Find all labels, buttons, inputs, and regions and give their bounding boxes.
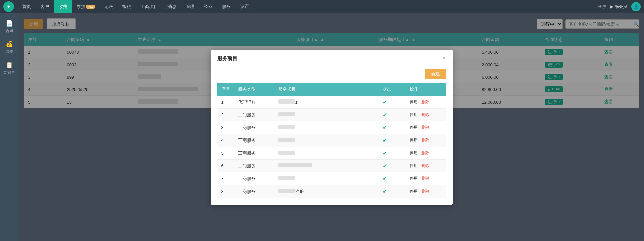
modal-row-actions: 停用 删除	[406, 134, 446, 147]
modal-row-item	[274, 172, 379, 185]
modal-row-type: 工商服务	[234, 172, 274, 185]
modal-row-seq: 6	[217, 160, 234, 172]
modal-table-row: 1 代理记账 1 ✔ 停用 删除	[217, 96, 446, 109]
modal-row-item	[274, 134, 379, 147]
user-avatar[interactable]: 👤	[631, 2, 641, 11]
modal-row-actions: 停用 删除	[406, 109, 446, 121]
modal-row-status: ✔	[379, 121, 406, 134]
new-badge: new	[86, 5, 95, 9]
nav-operation[interactable]: 经营	[199, 0, 217, 13]
nav-items: 首页 客户 收费 票据 new 记账 报税 工商项目 消息 管理 经营 服务 设…	[17, 0, 254, 13]
modal-row-item: 1	[274, 96, 379, 109]
nav-tax[interactable]: 报税	[118, 0, 136, 13]
modal-row-status: ✔	[379, 147, 406, 160]
nav-industrial[interactable]: 工商项目	[136, 0, 163, 13]
content-area: 新增 服务项目 进行中 已完成 已终止 🔍 序号 合同编码 ⇅ 客户名称 ⇅ 服…	[19, 13, 644, 241]
modal-col-type: 服务类型	[234, 83, 274, 96]
modal-row-seq: 3	[217, 121, 234, 134]
stop-button-8[interactable]: 停用	[410, 189, 418, 194]
modal-row-type: 工商服务	[234, 147, 274, 160]
modal-overlay: 服务项目 × 新建 序号 服务类型 服务项目	[19, 13, 644, 241]
nav-service[interactable]: 服务	[217, 0, 235, 13]
delete-button-1[interactable]: 删除	[421, 99, 429, 104]
fullscreen-label[interactable]: ⛶ 全屏	[592, 4, 606, 10]
membership-icon: ▶	[610, 4, 613, 9]
sidebar-item-reconciliation[interactable]: 📋 对账单	[1, 58, 18, 78]
nav-bookkeeping[interactable]: 记账	[100, 0, 118, 13]
top-nav: ✦ 首页 客户 收费 票据 new 记账 报税 工商项目 消息 管理 经营 服务…	[0, 0, 644, 13]
nav-settings[interactable]: 设置	[235, 0, 254, 13]
stop-button-6[interactable]: 停用	[410, 163, 418, 168]
nav-manage[interactable]: 管理	[181, 0, 199, 13]
modal-table-row: 5 工商服务 ✔ 停用 删除	[217, 147, 446, 160]
sidebar: 📄 合同 💰 收费 📋 对账单	[0, 13, 19, 241]
modal-table-row: 8 工商服务 注册 ✔ 停用 删除	[217, 185, 446, 198]
nav-invoice[interactable]: 票据 new	[72, 0, 100, 13]
modal-row-type: 代理记账	[234, 96, 274, 109]
modal-row-seq: 8	[217, 185, 234, 198]
stop-button-2[interactable]: 停用	[410, 112, 418, 117]
modal-table-row: 3 工商服务 ✔ 停用 删除	[217, 121, 446, 134]
modal-row-actions: 停用 删除	[406, 160, 446, 172]
stop-button-4[interactable]: 停用	[410, 138, 418, 143]
modal-table-row: 7 工商服务 ✔ 停用 删除	[217, 172, 446, 185]
delete-button-3[interactable]: 删除	[421, 125, 429, 130]
modal-row-type: 工商服务	[234, 121, 274, 134]
main-layout: 📄 合同 💰 收费 📋 对账单 新增 服务项目 进行中 已完成 已终止 🔍	[0, 13, 644, 241]
nav-fees[interactable]: 收费	[54, 0, 72, 13]
contract-icon: 📄	[6, 19, 13, 27]
membership-label[interactable]: ▶ 畅会员	[610, 4, 627, 10]
modal-row-type: 工商服务	[234, 160, 274, 172]
nav-message[interactable]: 消息	[163, 0, 181, 13]
stop-button-7[interactable]: 停用	[410, 176, 418, 181]
delete-button-8[interactable]: 删除	[421, 189, 429, 194]
sidebar-item-fees[interactable]: 💰 收费	[1, 38, 18, 57]
delete-button-4[interactable]: 删除	[421, 138, 429, 143]
modal-new-button[interactable]: 新建	[425, 69, 446, 79]
delete-button-5[interactable]: 删除	[421, 151, 429, 155]
sidebar-item-contract[interactable]: 📄 合同	[1, 17, 18, 36]
nav-customer[interactable]: 客户	[36, 0, 54, 13]
modal-row-status: ✔	[379, 185, 406, 198]
modal-col-seq: 序号	[217, 83, 234, 96]
modal-header: 服务项目 ×	[211, 50, 453, 66]
modal-row-status: ✔	[379, 109, 406, 121]
modal-row-item	[274, 147, 379, 160]
service-items-table: 序号 服务类型 服务项目 状态 操作 1	[217, 83, 446, 198]
logo-icon: ✦	[7, 4, 11, 9]
reconciliation-icon: 📋	[6, 61, 13, 69]
modal-body: 新建 序号 服务类型 服务项目 状态 操作	[211, 66, 453, 205]
modal-scroll-area[interactable]: 序号 服务类型 服务项目 状态 操作 1	[217, 83, 446, 198]
delete-button-2[interactable]: 删除	[421, 112, 429, 117]
delete-button-7[interactable]: 删除	[421, 176, 429, 181]
modal-row-type: 工商服务	[234, 185, 274, 198]
modal-col-action: 操作	[406, 83, 446, 96]
stop-button-5[interactable]: 停用	[410, 151, 418, 155]
modal-row-status: ✔	[379, 160, 406, 172]
modal-close-button[interactable]: ×	[442, 55, 446, 62]
modal-row-item	[274, 109, 379, 121]
nav-home[interactable]: 首页	[17, 0, 36, 13]
modal-row-seq: 7	[217, 172, 234, 185]
fees-icon: 💰	[6, 40, 13, 48]
modal-row-status: ✔	[379, 134, 406, 147]
modal-row-actions: 停用 删除	[406, 121, 446, 134]
modal-row-actions: 停用 删除	[406, 185, 446, 198]
modal-row-actions: 停用 删除	[406, 96, 446, 109]
stop-button-1[interactable]: 停用	[410, 99, 418, 104]
stop-button-3[interactable]: 停用	[410, 125, 418, 130]
modal-row-status: ✔	[379, 172, 406, 185]
modal-row-seq: 4	[217, 134, 234, 147]
modal-toolbar: 新建	[217, 69, 446, 79]
modal-table-row: 4 工商服务 ✔ 停用 删除	[217, 134, 446, 147]
modal-row-actions: 停用 删除	[406, 147, 446, 160]
top-nav-right: ⛶ 全屏 ▶ 畅会员 👤	[592, 2, 641, 11]
modal-table-row: 2 工商服务 ✔ 停用 删除	[217, 109, 446, 121]
modal-row-status: ✔	[379, 96, 406, 109]
modal-row-item: 注册	[274, 185, 379, 198]
service-items-modal: 服务项目 × 新建 序号 服务类型 服务项目	[211, 50, 453, 205]
modal-row-actions: 停用 删除	[406, 172, 446, 185]
modal-row-seq: 1	[217, 96, 234, 109]
modal-row-item	[274, 160, 379, 172]
delete-button-6[interactable]: 删除	[421, 163, 429, 168]
